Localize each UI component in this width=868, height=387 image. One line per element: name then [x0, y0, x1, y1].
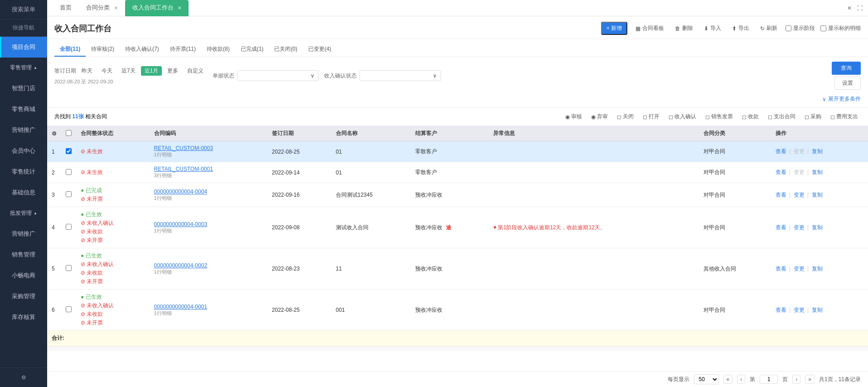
confirm-select[interactable]: ∨ [359, 70, 441, 81]
contract-code-link-4[interactable]: 0000000000004-0003 [154, 221, 207, 227]
op-view-3[interactable]: 查看 [776, 192, 786, 198]
receipt-button[interactable]: ◻ 收款 [739, 111, 761, 122]
income-confirm-button[interactable]: ◻ 收入确认 [666, 111, 699, 122]
close-button[interactable]: ◻ 关闭 [614, 111, 636, 122]
filter-tab-all[interactable]: 全部(11) [54, 43, 86, 57]
sidebar-item-basic-info[interactable]: 基础信息 [0, 182, 47, 203]
op-view-6[interactable]: 查看 [776, 307, 786, 313]
cell-checkbox-6[interactable] [61, 290, 76, 331]
expand-conditions-btn[interactable]: ∨ 展开更多条件 [822, 95, 861, 103]
tab-close-income-workbench[interactable]: ✕ [178, 5, 181, 10]
sidebar-item-sales-mgmt[interactable]: 销售管理 [0, 244, 47, 265]
add-button[interactable]: + 新增 [601, 22, 627, 35]
export-button[interactable]: ⬆ 导出 [729, 23, 752, 34]
date-btn-today[interactable]: 今天 [98, 66, 116, 76]
op-copy-6[interactable]: 复制 [812, 307, 823, 313]
sidebar-item-smart-store[interactable]: 智慧门店 [0, 78, 47, 99]
tab-home[interactable]: 首页 [53, 0, 79, 16]
show-section-input[interactable] [786, 25, 791, 31]
cell-checkbox-2[interactable] [61, 162, 76, 183]
sidebar-item-wholesale-mgmt[interactable]: 批发管理 ▲ [0, 203, 47, 223]
next-page-button[interactable]: › [792, 375, 800, 384]
date-btn-yesterday[interactable]: 昨天 [78, 66, 96, 76]
window-expand-icon[interactable]: ⛶ [857, 5, 863, 11]
filter-tab-pending-review[interactable]: 待审核(2) [86, 43, 120, 57]
op-copy-3[interactable]: 复制 [812, 192, 823, 198]
op-edit-4[interactable]: 变更 [794, 224, 805, 231]
contract-code-link-3[interactable]: 0000000000004-0004 [154, 189, 207, 195]
expense-out-button[interactable]: ◻ 费用支出 [828, 111, 861, 122]
tab-close-contract-category[interactable]: ✕ [114, 5, 118, 10]
date-btn-7days[interactable]: 近7天 [118, 66, 139, 76]
show-section-checkbox[interactable]: 显示阶段 [786, 24, 815, 32]
contract-code-link-5[interactable]: 0000000000004-0002 [154, 262, 207, 269]
tab-contract-category[interactable]: 合同分类 ✕ [79, 0, 125, 16]
show-detail-checkbox[interactable]: 显示标的明细 [820, 24, 861, 32]
op-copy-5[interactable]: 复制 [812, 266, 823, 272]
sidebar-item-project-contract[interactable]: 项目合同 [0, 37, 47, 58]
date-btn-custom[interactable]: 自定义 [184, 66, 207, 76]
refresh-button[interactable]: ↻ 刷新 [757, 23, 780, 34]
open-button[interactable]: ◻ 打开 [640, 111, 662, 122]
per-page-select[interactable]: 50 100 [694, 374, 719, 384]
op-copy-1[interactable]: 复制 [812, 148, 823, 155]
select-all-checkbox[interactable] [66, 130, 72, 136]
sidebar-settings[interactable]: ⚙ [0, 368, 47, 387]
th-checkbox[interactable] [61, 126, 76, 141]
op-view-2[interactable]: 查看 [776, 169, 786, 175]
sales-invoice-button[interactable]: ◻ 销售发票 [703, 111, 736, 122]
sidebar-quicknav[interactable]: 快捷导航 [0, 19, 47, 37]
row-checkbox-1[interactable] [66, 148, 72, 154]
delete-button[interactable]: 🗑 删除 [672, 23, 696, 34]
sidebar-item-marketing2[interactable]: 营销推广 [0, 223, 47, 244]
cell-checkbox-1[interactable] [61, 141, 76, 162]
op-view-4[interactable]: 查看 [776, 224, 786, 231]
audit-button[interactable]: ◉ 审核 [563, 111, 585, 122]
filter-tab-pending-payment[interactable]: 待收款(8) [201, 43, 235, 57]
contract-code-link-6[interactable]: 0000000000004-0001 [154, 304, 207, 310]
sidebar-item-xiaochang[interactable]: 小畅电商 [0, 265, 47, 286]
sidebar-item-retail-stats[interactable]: 零售统计 [0, 161, 47, 182]
sidebar-search[interactable]: 搜索菜单 [0, 0, 47, 19]
op-view-5[interactable]: 查看 [776, 266, 786, 272]
purchase-button[interactable]: ◻ 采购 [802, 111, 824, 122]
cell-checkbox-3[interactable] [61, 183, 76, 207]
expense-contract-button[interactable]: ◻ 支出合同 [765, 111, 798, 122]
row-checkbox-5[interactable] [66, 265, 72, 271]
date-btn-1month[interactable]: 近1月 [141, 66, 162, 76]
show-detail-input[interactable] [820, 25, 826, 31]
op-edit-5[interactable]: 变更 [794, 266, 805, 272]
op-copy-2[interactable]: 复制 [812, 169, 823, 175]
sidebar-item-member-center[interactable]: 会员中心 [0, 140, 47, 161]
filter-tab-pending-invoice[interactable]: 待开票(11) [165, 43, 201, 57]
op-view-1[interactable]: 查看 [776, 148, 786, 155]
contract-code-link-2[interactable]: RETAIL_CUSTOM-0001 [154, 166, 213, 172]
sidebar-item-retail-mgmt[interactable]: 零售管理 ▲ [0, 58, 47, 78]
horizontal-scrollbar[interactable] [47, 346, 868, 351]
th-settings[interactable]: ⚙ [47, 126, 61, 141]
filter-tab-completed[interactable]: 已完成(1) [235, 43, 269, 57]
op-copy-4[interactable]: 复制 [812, 224, 823, 231]
sidebar-item-marketing[interactable]: 营销推广 [0, 120, 47, 140]
last-page-button[interactable]: » [805, 375, 815, 384]
row-checkbox-3[interactable] [66, 191, 72, 197]
filter-tab-closed[interactable]: 已关闭(0) [269, 43, 303, 57]
sidebar-item-inventory[interactable]: 库存核算 [0, 307, 47, 328]
cell-checkbox-4[interactable] [61, 207, 76, 248]
sidebar-item-retail-mall[interactable]: 零售商城 [0, 99, 47, 120]
date-btn-more[interactable]: 更多 [164, 66, 182, 76]
page-number-input[interactable] [760, 375, 778, 384]
first-page-button[interactable]: « [723, 375, 733, 384]
tab-income-workbench[interactable]: 收入合同工作台 ✕ [125, 0, 189, 16]
sidebar-item-purchase-mgmt[interactable]: 采购管理 [0, 286, 47, 307]
query-button[interactable]: 查询 [832, 62, 861, 75]
window-close-icon[interactable]: ✕ [847, 5, 852, 11]
import-button[interactable]: ⬇ 导入 [701, 23, 724, 34]
cell-checkbox-5[interactable] [61, 248, 76, 290]
row-checkbox-4[interactable] [66, 224, 72, 230]
filter-tab-changed[interactable]: 已变更(4) [303, 43, 337, 57]
contract-code-link-1[interactable]: RETAIL_CUSTOM-0003 [154, 145, 213, 151]
status-select[interactable]: ∨ [237, 70, 319, 81]
prev-page-button[interactable]: ‹ [737, 375, 745, 384]
row-checkbox-6[interactable] [66, 306, 72, 312]
